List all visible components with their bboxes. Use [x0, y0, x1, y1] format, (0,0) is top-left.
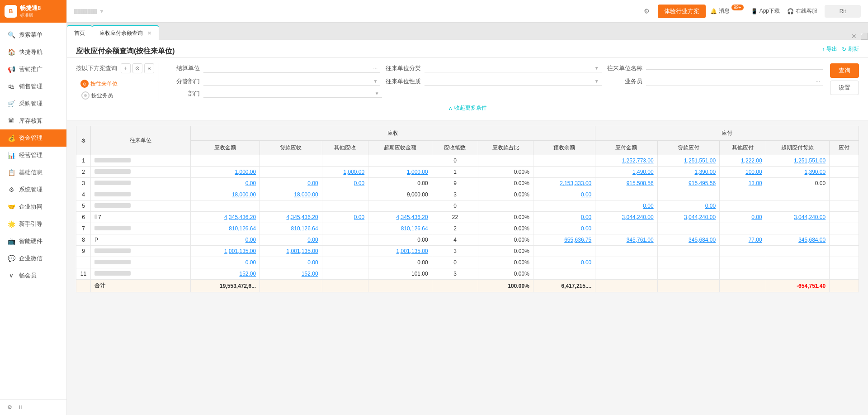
th-ar-amount: 应收金额: [190, 141, 259, 155]
sidebar-label-business: 经营管理: [19, 151, 42, 159]
dept-input[interactable]: ▼: [203, 90, 382, 98]
th-ap-last: 应付: [830, 141, 859, 155]
sidebar-logo: B 畅捷通8 标准版: [0, 0, 66, 23]
tab-ar-ap-label: 应收应付余额查询: [99, 29, 143, 37]
sidebar-item-wechat[interactable]: 💬 企业微信: [0, 250, 66, 267]
refresh-icon: ↻: [842, 46, 846, 52]
setting-button[interactable]: 设置: [830, 81, 859, 95]
app-download-button[interactable]: 📱 App下载: [751, 7, 780, 15]
sidebar-item-base[interactable]: 📋 基础信息: [0, 164, 66, 181]
topbar-gear-icon[interactable]: ⚙: [641, 5, 653, 18]
field-dept-manage: 分管部门 ▼: [164, 76, 380, 86]
query-option-by-unit[interactable]: ⊙ 按往来单位: [76, 78, 154, 90]
row-num: 1: [76, 155, 91, 167]
breadcrumb: ▓▓▓▓▓▓▓ ▼: [74, 8, 636, 14]
query-option-by-staff-label: 按业务员: [91, 92, 113, 100]
export-button[interactable]: ↑ 导出: [822, 45, 837, 53]
logo-sub: 标准版: [20, 12, 41, 19]
logo-icon: B: [5, 5, 17, 18]
sidebar-label-finance: 资金管理: [19, 134, 42, 142]
sidebar-label-system: 系统管理: [19, 186, 42, 194]
sidebar-label-hardware: 智能硬件: [19, 237, 42, 245]
business-icon: 📊: [7, 151, 15, 159]
field-dept-manage-label: 分管部门: [164, 77, 200, 86]
sidebar-label-inventory: 库存核算: [19, 117, 42, 125]
sidebar-label-member: 畅会员: [19, 272, 37, 280]
window-maximize-icon[interactable]: ⬜: [860, 33, 868, 40]
query-option-by-unit-label: 按往来单位: [90, 80, 118, 88]
field-settle-unit-label: 结算单位: [164, 64, 200, 72]
collapse-button[interactable]: ∧ 收起更多条件: [76, 101, 859, 114]
sidebar-item-sales[interactable]: 🛍 销售管理: [0, 78, 66, 95]
settle-unit-input[interactable]: ···: [203, 63, 380, 73]
sidebar-item-search[interactable]: 🔍 搜索菜单: [0, 26, 66, 43]
partner-category-input[interactable]: ▼: [425, 64, 601, 72]
promo-button[interactable]: 体验行业方案: [658, 5, 706, 18]
sidebar-item-member[interactable]: V 畅会员: [0, 267, 66, 284]
collapse-scheme-button[interactable]: «: [144, 63, 154, 73]
salesperson-input[interactable]: ···: [646, 76, 823, 86]
table-row: 4 18,000.00 18,000.00 9,000.00 3 0.00% 0…: [76, 189, 859, 200]
sidebar-item-inventory[interactable]: 🏛 库存核算: [0, 112, 66, 129]
add-scheme-button[interactable]: +: [121, 63, 131, 73]
base-icon: 📋: [7, 168, 15, 176]
edit-scheme-button[interactable]: ⊙: [132, 63, 142, 73]
sidebar-settings-icon[interactable]: ⚙: [7, 404, 12, 410]
unit-option-icon: ⊙: [80, 80, 89, 88]
user-avatar[interactable]: Rit: [825, 5, 861, 18]
tab-close-icon[interactable]: ✕: [147, 30, 151, 36]
window-close-icon[interactable]: ✕: [851, 33, 857, 40]
sidebar-label-base: 基础信息: [19, 168, 42, 176]
sidebar-label-corp: 企业协同: [19, 203, 42, 211]
sidebar-item-quicknav[interactable]: 🏠 快捷导航: [0, 43, 66, 61]
tab-ar-ap[interactable]: 应收应付余额查询 ✕: [92, 25, 159, 40]
tab-home[interactable]: 首页: [67, 25, 92, 40]
sidebar-item-guide[interactable]: 🌟 新手引导: [0, 215, 66, 233]
staff-option-icon: [81, 91, 90, 100]
inventory-icon: 🏛: [7, 117, 15, 125]
sidebar-item-finance[interactable]: 💰 资金管理: [0, 129, 66, 147]
query-label: 按以下方案查询: [76, 64, 117, 72]
dots-icon2: ···: [816, 78, 820, 84]
table-row: 11 152.00 152.00 101.00 3 0.00%: [76, 268, 859, 280]
user-name: Rit: [840, 8, 846, 14]
sidebar-item-hardware[interactable]: 📺 智能硬件: [0, 233, 66, 250]
footer-label: 合计: [91, 280, 191, 292]
sidebar-item-marketing[interactable]: 📢 营销推广: [0, 61, 66, 78]
field-settle-unit: 结算单位 ···: [164, 63, 380, 73]
online-service-button[interactable]: 🎧 在线客服: [787, 7, 817, 15]
th-ar-ratio: 应收款占比: [478, 141, 533, 155]
table-row: 7 810,126.64 810,126.64 810,126.64 2 0.0…: [76, 223, 859, 234]
table-area: ⚙ 往来单位 应收 应付 应收金额 贷款应收 其他应收 超期应收金额 应收笔数 …: [67, 120, 868, 415]
sidebar-item-system[interactable]: ⚙ 系统管理: [0, 181, 66, 198]
sidebar-label-guide: 新手引导: [19, 220, 42, 228]
main: ▓▓▓▓▓▓▓ ▼ ⚙ 体验行业方案 🔔 消息 99+ 📱 App下载 🎧 在线…: [67, 0, 868, 415]
dept-manage-input[interactable]: ▼: [203, 77, 380, 86]
th-settings[interactable]: ⚙: [76, 126, 91, 155]
partner-name-input[interactable]: [646, 67, 823, 70]
field-dept-label: 部门: [164, 90, 200, 98]
partner-nature-input[interactable]: ▼: [425, 77, 601, 86]
sidebar-item-corp[interactable]: 🤝 企业协同: [0, 198, 66, 215]
query-option-by-staff[interactable]: 按业务员: [77, 90, 154, 101]
finance-icon: 💰: [7, 134, 15, 142]
sidebar-item-business[interactable]: 📊 经营管理: [0, 147, 66, 164]
refresh-button[interactable]: ↻ 刷新: [842, 45, 859, 53]
field-partner-category: 往来单位分类 ▼: [385, 63, 601, 73]
corp-icon: 🤝: [7, 203, 15, 211]
query-button[interactable]: 查询: [830, 63, 859, 78]
content: 应收应付余额查询(按往来单位) ↑ 导出 ↻ 刷新 按以下方案: [67, 40, 868, 415]
home-icon: 🏠: [7, 48, 15, 56]
th-ap-loan: 贷款应付: [657, 141, 719, 155]
field-partner-name-label: 往来单位名称: [606, 64, 642, 72]
service-icon: 🎧: [787, 8, 794, 14]
wechat-icon: 💬: [7, 254, 15, 262]
sidebar-collapse-icon[interactable]: ⏸: [18, 404, 23, 410]
chevron-up-icon: ∧: [448, 105, 453, 111]
sidebar-item-purchase[interactable]: 🛒 采购管理: [0, 95, 66, 112]
table-settings-icon[interactable]: ⚙: [81, 138, 86, 144]
th-ap-amount: 应付金额: [595, 141, 657, 155]
field-dept: 部门 ▼: [164, 90, 382, 98]
sidebar: B 畅捷通8 标准版 🔍 搜索菜单 🏠 快捷导航 📢 营销推广 🛍 销售管理 🛒…: [0, 0, 67, 415]
notifications-button[interactable]: 🔔 消息 99+: [710, 7, 744, 15]
